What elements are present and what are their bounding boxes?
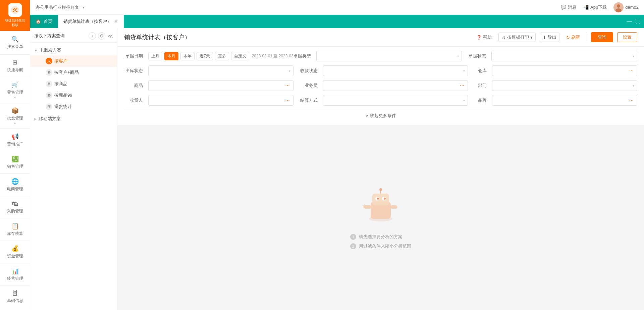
sidebar-item-ecommerce[interactable]: 🌐 电商管理 (0, 174, 30, 196)
finance-icon: 💰 (11, 245, 19, 252)
export-btn[interactable]: ⬇ 导出 (540, 33, 559, 42)
tabbar-maximize-btn[interactable]: ⛶ (635, 18, 641, 24)
add-scheme-btn[interactable]: + (89, 32, 96, 40)
goods-dots-icon[interactable]: ··· (285, 83, 289, 89)
sidebar-item-retail[interactable]: 🛒 零售管理 ▲ (0, 77, 30, 103)
brand-label: 品牌 (473, 97, 487, 103)
username-label: demo2 (625, 5, 639, 10)
date-btn-more[interactable]: 更多 (215, 52, 229, 60)
hint-num-1: 1 (350, 234, 356, 240)
hint-num-2: 2 (350, 243, 356, 249)
receipt-status-select[interactable]: ▾ (323, 65, 468, 76)
sidebar-item-wholesale[interactable]: 📦 批发管理 ▲ (0, 103, 30, 129)
scheme-item-customer-goods[interactable]: 格 按客户+商品 (30, 67, 117, 78)
scheme-item-by-goods99[interactable]: 格 按商品99 (30, 90, 117, 101)
left-panel-actions: + ⚙ ≪ (89, 32, 113, 40)
date-btn-custom[interactable]: 自定义 (231, 52, 249, 60)
svg-point-12 (377, 198, 379, 200)
settings-scheme-btn[interactable]: ⚙ (98, 32, 105, 40)
refresh-btn[interactable]: ↻ 刷新 (564, 33, 583, 42)
right-panel: 销货单统计表（按客户） ❓ 帮助 🖨 按模板打印 ▾ ⬇ 导出 (117, 28, 644, 310)
message-btn[interactable]: 💬 消息 (561, 4, 577, 10)
hint-text-1: 请先选择要分析的方案 (359, 234, 402, 240)
export-label: 导出 (548, 34, 556, 40)
doc-status-select[interactable]: ▾ (491, 51, 637, 61)
scheme-item-by-goods[interactable]: 格 按商品 (30, 78, 117, 90)
filter-row-2: 出库状态 ▾ 收款状态 ▾ 仓库 ··· (124, 65, 637, 76)
tab-close-icon[interactable]: ✕ (114, 19, 118, 24)
message-label: 消息 (568, 4, 577, 10)
doc-status-label: 单据状态 (467, 53, 486, 59)
sidebar-item-purchase[interactable]: 🛍 采购管理 (0, 196, 30, 218)
tabbar-minimize-btn[interactable]: — (627, 18, 632, 24)
sidebar-search-label: 搜索菜单 (7, 44, 23, 50)
warehouse-select[interactable]: ··· (492, 65, 637, 76)
topbar-right: 💬 消息 📲 App下载 demo2 (561, 2, 639, 12)
sidebar-operations-label: 经营管理 (7, 276, 23, 281)
date-btn-this-year[interactable]: 本年 (180, 52, 195, 60)
page-title: 销货单统计表（按客户） (124, 33, 191, 45)
app-download-btn[interactable]: 📲 App下载 (583, 4, 607, 10)
sidebar-item-marketing[interactable]: 📢 营销推广 (0, 129, 30, 151)
svg-point-1 (13, 11, 14, 12)
print-icon: 🖨 (501, 35, 506, 40)
sidebar-item-system[interactable]: ⚙ 系统管理 (0, 308, 30, 310)
salesperson-dots-icon[interactable]: ··· (460, 83, 464, 89)
page-header-actions: ❓ 帮助 🖨 按模板打印 ▾ ⬇ 导出 ↻ 刷新 (474, 32, 637, 46)
sidebar-item-operations[interactable]: 📊 经营管理 (0, 263, 30, 286)
salesperson-select[interactable]: ··· (323, 80, 468, 91)
empty-hint-2: 2 用过滤条件来缩小分析范围 (350, 243, 411, 249)
settings-btn[interactable]: 设置 (617, 32, 637, 42)
query-btn[interactable]: 查询 (591, 32, 613, 42)
mobile-group-header[interactable]: ▶ 移动端方案 (30, 114, 117, 124)
dept-label: 部门 (473, 83, 487, 89)
doc-type-label: 单据类型 (292, 53, 311, 59)
help-btn[interactable]: ❓ 帮助 (474, 33, 494, 42)
sidebar-item-sales[interactable]: 💹 销售管理 (0, 151, 30, 174)
scheme-item-return-stats[interactable]: 图 退货统计 (30, 101, 117, 112)
settlement-select[interactable]: ▾ (323, 95, 468, 106)
template-print-btn[interactable]: 🖨 按模板打印 ▾ (498, 33, 536, 42)
sidebar-item-finance[interactable]: 💰 资金管理 (0, 241, 30, 263)
brand-dots-icon[interactable]: ··· (629, 97, 634, 103)
date-btn-this-month[interactable]: 本月 (164, 52, 178, 60)
sidebar-item-quicknav[interactable]: ⊞ 快捷导航 (0, 55, 30, 77)
date-btn-last-month[interactable]: 上月 (148, 52, 162, 60)
sidebar-basic-label: 基础信息 (7, 298, 23, 304)
tab-home[interactable]: 🏠 首页 (30, 15, 58, 28)
by-customer-label: 按客户 (54, 58, 67, 64)
template-print-label: 按模板打印 (507, 34, 529, 40)
out-status-select[interactable]: ▾ (148, 65, 293, 76)
by-goods-label: 按商品 (54, 81, 67, 87)
user-menu-btn[interactable]: demo2 (613, 2, 639, 12)
date-btn-7days[interactable]: 近7天 (197, 52, 213, 60)
topbar-dropdown-btn[interactable]: ▾ (83, 5, 85, 10)
svg-point-15 (379, 188, 382, 191)
sidebar: 畅捷信好生意 标版 🔍 搜索菜单 ⊞ 快捷导航 🛒 零售管理 ▲ 📦 批发管理 … (0, 0, 30, 310)
filter-row-4: 收货人 ··· 结算方式 ▾ 品牌 ··· (124, 95, 637, 106)
consignee-select[interactable]: ··· (148, 95, 293, 106)
sidebar-item-basic[interactable]: 🗄 基础信息 (0, 286, 30, 308)
tab-sales-stat[interactable]: 销货单统计表（按客户） ✕ (58, 15, 124, 28)
consignee-dots-icon[interactable]: ··· (285, 97, 289, 103)
warehouse-dots-icon[interactable]: ··· (629, 68, 634, 74)
sidebar-retail-label: 零售管理 (7, 90, 23, 95)
wholesale-icon: 📦 (11, 107, 19, 114)
dept-select[interactable]: ▾ (492, 80, 637, 91)
sidebar-item-search[interactable]: 🔍 搜索菜单 (0, 31, 30, 55)
collapse-panel-btn[interactable]: ≪ (107, 33, 113, 39)
scheme-item-by-customer[interactable]: 人 按客户 (30, 55, 117, 67)
doc-type-select[interactable]: ▾ (316, 51, 462, 61)
sidebar-quicknav-label: 快捷导航 (7, 67, 23, 73)
desktop-group-header[interactable]: ▼ 电脑端方案 (30, 45, 117, 55)
customer-goods-label: 按客户+商品 (54, 69, 79, 75)
brand-select[interactable]: ··· (492, 95, 637, 106)
app-subtitle: 标版 (12, 23, 18, 28)
ecommerce-icon: 🌐 (11, 178, 19, 185)
goods-select[interactable]: ··· (148, 80, 293, 91)
home-icon: 🏠 (36, 19, 41, 24)
collapse-more-btn[interactable]: ∧ 收起更多条件 (124, 110, 637, 121)
svg-rect-9 (372, 194, 389, 205)
sidebar-item-inventory[interactable]: 📋 库存核算 (0, 218, 30, 241)
receipt-status-dropdown-icon: ▾ (463, 69, 465, 73)
